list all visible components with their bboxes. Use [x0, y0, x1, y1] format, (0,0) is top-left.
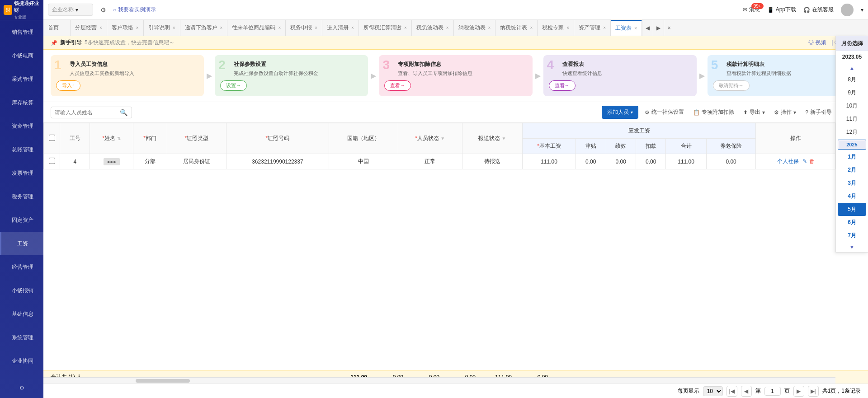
sidebar-item-expense[interactable]: 小畅报销 — [0, 279, 43, 302]
tab-close-icon[interactable]: × — [603, 25, 606, 30]
step-5-btn[interactable]: 敬请期待→ — [713, 80, 750, 91]
tab-guide[interactable]: 引导说明× — [144, 20, 180, 36]
special-deduction-button[interactable]: 📋 专项附加扣除 — [690, 107, 737, 118]
user-avatar[interactable] — [841, 4, 854, 16]
sidebar-item-basic-info[interactable]: 基础信息 — [0, 302, 43, 326]
tab-tax-wave[interactable]: 纳税波动表× — [454, 20, 496, 36]
tab-close-icon[interactable]: × — [530, 25, 533, 30]
video-link[interactable]: ◎ 视频 — [808, 39, 826, 47]
sidebar-item-purchase[interactable]: 采购管理 — [0, 67, 43, 91]
search-input[interactable] — [55, 109, 118, 116]
tab-close-icon[interactable]: × — [404, 25, 407, 30]
app-download-button[interactable]: 📱 App下载 — [767, 6, 796, 14]
online-service-button[interactable]: 🎧 在线客服 — [803, 6, 834, 14]
step-4-btn[interactable]: 查看→ — [549, 80, 576, 91]
edit-icon[interactable]: ✎ — [802, 158, 807, 164]
select-all-checkbox[interactable] — [49, 135, 55, 141]
sidebar-item-tax[interactable]: 税务管理 — [0, 185, 43, 208]
delete-icon[interactable]: 🗑 — [809, 158, 815, 164]
tab-layered[interactable]: 分层经营× — [71, 20, 107, 36]
sidebar-item-system[interactable]: 系统管理 — [0, 326, 43, 349]
newbie-guide-button[interactable]: ? 新手引导 — [802, 107, 835, 118]
tab-close-icon[interactable]: × — [173, 25, 175, 30]
first-page-button[interactable]: |◀ — [726, 386, 737, 397]
month-8[interactable]: 8月 — [836, 73, 868, 86]
tab-roster[interactable]: 进入清册× — [322, 20, 359, 36]
scrollbar-thumb[interactable] — [136, 379, 190, 383]
username[interactable]: ▾ — [861, 7, 863, 13]
tab-close-icon[interactable]: × — [446, 25, 449, 30]
sidebar-item-guide[interactable]: 新手引导 — [0, 373, 43, 378]
tab-assets[interactable]: 资产管理× — [574, 20, 611, 36]
month-5[interactable]: 5月 — [838, 203, 866, 216]
sidebar-item-payroll[interactable]: 工资 — [0, 232, 43, 255]
tab-close-icon[interactable]: × — [99, 25, 102, 30]
sidebar-item-invoice[interactable]: 发票管理 — [0, 161, 43, 185]
tab-tax-stat[interactable]: 纳税统计表× — [495, 20, 538, 36]
tab-close-icon[interactable]: × — [488, 25, 491, 30]
tab-tax-burden[interactable]: 税负波动表× — [412, 20, 454, 36]
tab-tax-report[interactable]: 税务申报× — [286, 20, 322, 36]
month-12[interactable]: 12月 — [836, 126, 868, 139]
social-insurance-link[interactable]: 个人社保 — [777, 158, 799, 164]
sidebar-item-ecommerce[interactable]: 小畅电商 — [0, 44, 43, 67]
filter-icon[interactable]: ▼ — [502, 136, 506, 141]
tab-home[interactable]: 首页 — [43, 20, 71, 36]
per-page-select[interactable]: 10 20 50 — [703, 386, 723, 396]
month-1[interactable]: 1月 — [836, 150, 868, 164]
sort-icon[interactable]: ⇅ — [117, 136, 121, 141]
tab-invite[interactable]: 邀请下游客户× — [180, 20, 228, 36]
step-2-btn[interactable]: 设置→ — [220, 80, 247, 91]
month-11[interactable]: 11月 — [836, 112, 868, 126]
sidebar-item-ledger[interactable]: 总账管理 — [0, 138, 43, 161]
demo-link[interactable]: ○ 我要看实例演示 — [113, 6, 156, 14]
tab-payroll[interactable]: 工资表× — [611, 20, 642, 36]
tab-tax-expert[interactable]: 税检专家× — [538, 20, 574, 36]
tab-barcode[interactable]: 往来单位商品编码× — [227, 20, 286, 36]
step-1-btn[interactable]: 导入↑ — [56, 80, 80, 91]
tab-close-icon[interactable]: × — [220, 25, 223, 30]
tab-prev-icon[interactable]: ◀ — [642, 20, 653, 36]
tab-close-all-button[interactable]: × — [664, 20, 675, 36]
sidebar-settings-icon[interactable]: ⚙ — [0, 378, 43, 398]
sidebar-item-assets[interactable]: 固定资产 — [0, 208, 43, 232]
step-3-btn[interactable]: 查看→ — [384, 80, 411, 91]
sidebar-item-cooperation[interactable]: 企业协同 — [0, 349, 43, 373]
month-down-icon[interactable]: ▼ — [836, 242, 868, 252]
search-icon[interactable]: 🔍 — [120, 109, 127, 116]
sidebar-item-operations[interactable]: 经营管理 — [0, 255, 43, 279]
month-9[interactable]: 9月 — [836, 86, 868, 99]
tab-next-icon[interactable]: ▶ — [653, 20, 664, 36]
sidebar-item-finance[interactable]: 资金管理 — [0, 114, 43, 138]
month-up-icon[interactable]: ▲ — [836, 63, 868, 73]
tab-close-icon[interactable]: × — [136, 25, 139, 30]
export-button[interactable]: ⬆ 导出 ▾ — [741, 107, 768, 118]
month-2[interactable]: 2月 — [836, 164, 868, 177]
message-button[interactable]: ✉ 消息 99+ — [743, 6, 760, 14]
tab-close-icon[interactable]: × — [278, 25, 281, 30]
month-4[interactable]: 4月 — [836, 190, 868, 203]
sidebar-item-sales[interactable]: 销售管理 — [0, 20, 43, 44]
tab-close-icon[interactable]: × — [315, 25, 317, 30]
company-dropdown[interactable]: 企业名称 ▾ — [48, 4, 93, 16]
sidebar-item-inventory[interactable]: 库存核算 — [0, 91, 43, 114]
tab-customer[interactable]: 客户联络× — [107, 20, 144, 36]
prev-page-button[interactable]: ◀ — [741, 386, 752, 397]
page-input[interactable] — [764, 387, 781, 396]
row-select-checkbox[interactable] — [49, 158, 55, 164]
tab-income-tax[interactable]: 所得税汇算清缴× — [359, 20, 412, 36]
last-page-button[interactable]: ▶| — [808, 386, 819, 397]
tab-close-active-icon[interactable]: × — [634, 26, 637, 31]
month-7[interactable]: 7月 — [836, 229, 868, 242]
settings-icon[interactable]: ⚙ — [97, 4, 109, 16]
filter-icon[interactable]: ▼ — [440, 136, 445, 141]
month-10[interactable]: 10月 — [836, 99, 868, 112]
add-person-button[interactable]: 添加人员 ▾ — [602, 106, 638, 119]
social-security-settings-button[interactable]: ⚙ 统一社保设置 — [642, 107, 687, 118]
actions-button[interactable]: ⚙ 操作 ▾ — [771, 107, 799, 118]
tab-close-icon[interactable]: × — [351, 25, 354, 30]
month-3[interactable]: 3月 — [836, 177, 868, 190]
tab-close-icon[interactable]: × — [566, 25, 569, 30]
horizontal-scrollbar[interactable] — [43, 377, 835, 384]
next-page-button[interactable]: ▶ — [793, 386, 804, 397]
